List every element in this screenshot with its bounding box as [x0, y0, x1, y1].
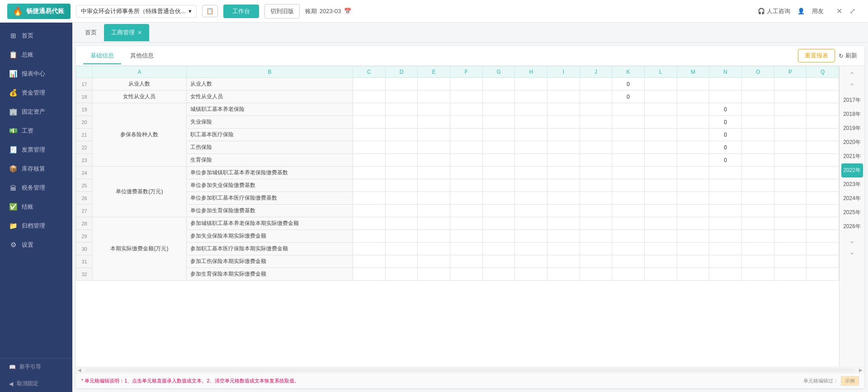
data-cell[interactable] — [807, 154, 839, 167]
data-cell[interactable] — [741, 192, 774, 205]
data-cell[interactable] — [418, 91, 450, 103]
data-cell[interactable] — [612, 103, 645, 116]
data-cell[interactable] — [580, 103, 612, 116]
data-cell[interactable] — [353, 91, 386, 103]
data-cell[interactable] — [580, 141, 612, 154]
data-cell[interactable] — [418, 255, 450, 268]
col-b-cell[interactable]: 参加职工基本医疗保险本期实际缴费金额 — [186, 243, 353, 255]
data-cell[interactable] — [515, 141, 547, 154]
service-btn[interactable]: 🎧 人工咨询 — [758, 7, 790, 15]
data-cell[interactable] — [580, 167, 612, 179]
sidebar-item-assets[interactable]: 🏢 固定资产 — [0, 102, 72, 121]
data-cell[interactable] — [580, 154, 612, 167]
data-cell[interactable] — [515, 268, 547, 281]
data-cell[interactable]: 0 — [709, 129, 742, 141]
data-cell[interactable] — [547, 78, 580, 91]
data-cell[interactable] — [450, 103, 483, 116]
year-item[interactable]: 2026年 — [841, 220, 863, 234]
data-cell[interactable] — [645, 78, 677, 91]
data-cell[interactable] — [515, 255, 547, 268]
data-cell[interactable] — [418, 217, 450, 230]
data-cell[interactable] — [677, 192, 709, 205]
year-down-arrow[interactable]: ⌄ — [848, 247, 856, 257]
data-cell[interactable] — [612, 129, 645, 141]
data-cell[interactable] — [450, 129, 483, 141]
data-cell[interactable] — [677, 268, 709, 281]
year-item[interactable]: 2021年 — [841, 149, 863, 163]
data-cell[interactable] — [741, 268, 774, 281]
year-double-down-arrow[interactable]: ⌄ — [848, 235, 856, 246]
data-cell[interactable] — [515, 103, 547, 116]
data-cell[interactable] — [482, 103, 515, 116]
data-cell[interactable] — [385, 205, 418, 217]
data-cell[interactable] — [677, 230, 709, 243]
data-cell[interactable] — [353, 141, 386, 154]
col-b-cell[interactable]: 生育保险 — [186, 154, 353, 167]
data-cell[interactable] — [450, 255, 483, 268]
grid-container[interactable]: A B C D E F G H I J K L — [76, 66, 839, 367]
data-cell[interactable] — [418, 129, 450, 141]
data-cell[interactable] — [353, 167, 386, 179]
data-cell[interactable] — [450, 154, 483, 167]
year-item[interactable]: 2023年 — [841, 177, 863, 191]
data-cell[interactable] — [677, 129, 709, 141]
data-cell[interactable] — [450, 268, 483, 281]
col-b-cell[interactable]: 城镇职工基本养老保险 — [186, 103, 353, 116]
data-cell[interactable] — [482, 154, 515, 167]
data-cell[interactable] — [515, 154, 547, 167]
data-cell[interactable] — [807, 78, 839, 91]
sidebar-item-ledger[interactable]: 📋 总账 — [0, 45, 72, 64]
data-cell[interactable] — [612, 179, 645, 192]
data-cell[interactable] — [612, 205, 645, 217]
data-cell[interactable] — [677, 217, 709, 230]
data-cell[interactable] — [645, 230, 677, 243]
data-cell[interactable] — [515, 192, 547, 205]
data-cell[interactable] — [353, 103, 386, 116]
data-cell[interactable] — [385, 129, 418, 141]
col-b-cell[interactable]: 女性从业人员 — [186, 91, 353, 103]
data-cell[interactable] — [580, 78, 612, 91]
h-scroll-left-btn[interactable]: ◀ — [76, 368, 83, 373]
data-cell[interactable] — [580, 179, 612, 192]
col-b-cell[interactable]: 单位参加生育保险缴费基数 — [186, 205, 353, 217]
data-cell[interactable] — [709, 91, 742, 103]
workbench-button[interactable]: 工作台 — [223, 5, 259, 18]
data-cell[interactable] — [774, 192, 807, 205]
data-cell[interactable] — [709, 230, 742, 243]
data-cell[interactable] — [385, 243, 418, 255]
data-cell[interactable] — [482, 179, 515, 192]
data-cell[interactable] — [677, 154, 709, 167]
data-cell[interactable] — [547, 103, 580, 116]
data-cell[interactable] — [515, 129, 547, 141]
data-cell[interactable] — [774, 116, 807, 129]
data-cell[interactable] — [385, 179, 418, 192]
data-cell[interactable] — [580, 255, 612, 268]
data-cell[interactable] — [807, 91, 839, 103]
year-item[interactable]: 2024年 — [841, 191, 863, 206]
sidebar-item-settings[interactable]: ⚙ 设置 — [0, 235, 72, 254]
data-cell[interactable] — [482, 91, 515, 103]
refresh-button[interactable]: ↻ 刷新 — [839, 52, 857, 60]
data-cell[interactable] — [741, 116, 774, 129]
data-cell[interactable] — [741, 129, 774, 141]
data-cell[interactable] — [515, 179, 547, 192]
data-cell[interactable] — [450, 179, 483, 192]
sidebar-item-reports[interactable]: 📊 报表中心 — [0, 64, 72, 83]
data-cell[interactable] — [774, 167, 807, 179]
col-a-cell[interactable]: 单位缴费基数(万元) — [93, 167, 187, 217]
data-cell[interactable] — [807, 230, 839, 243]
col-b-cell[interactable]: 从业人数 — [186, 78, 353, 91]
data-cell[interactable] — [547, 192, 580, 205]
data-cell[interactable] — [774, 91, 807, 103]
data-cell[interactable] — [709, 78, 742, 91]
data-cell[interactable] — [774, 154, 807, 167]
data-cell[interactable] — [450, 230, 483, 243]
data-cell[interactable] — [450, 78, 483, 91]
sidebar-item-invoice[interactable]: 🧾 发票管理 — [0, 140, 72, 159]
data-cell[interactable]: 0 — [612, 91, 645, 103]
data-cell[interactable] — [612, 243, 645, 255]
data-cell[interactable] — [418, 78, 450, 91]
year-item[interactable]: 2020年 — [841, 135, 863, 149]
data-cell[interactable] — [774, 230, 807, 243]
data-cell[interactable] — [547, 230, 580, 243]
